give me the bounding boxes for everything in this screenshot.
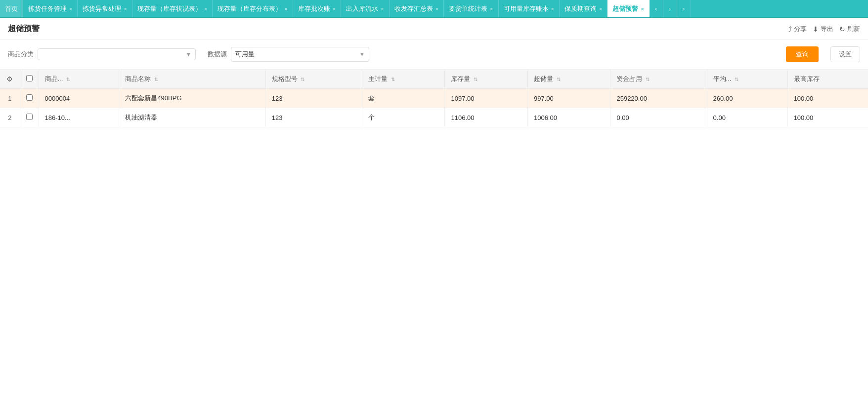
- nav-item-batch[interactable]: 库存批次账 ×: [293, 0, 341, 17]
- share-icon: ⤴: [788, 25, 792, 33]
- nav-item-task-mgmt[interactable]: 拣货任务管理 ×: [23, 0, 78, 17]
- col-stock: 库存量 ⇅: [445, 70, 527, 89]
- close-icon[interactable]: ×: [435, 6, 438, 12]
- top-navigation: 首页 拣货任务管理 × 拣货异常处理 × 现存量（库存状况表） × 现存量（库存…: [0, 0, 868, 18]
- cell-capital: 259220.00: [610, 89, 707, 108]
- close-icon[interactable]: ×: [599, 6, 602, 12]
- row-checkbox-cell: [20, 89, 39, 108]
- table-row: 2 186-10... 机油滤清器 123 个 1106.00 1006.00 …: [0, 108, 868, 127]
- cell-max-stock: 100.00: [787, 108, 868, 127]
- nav-item-stock-dist[interactable]: 现存量（库存分布表） ×: [213, 0, 293, 17]
- refresh-icon: ↻: [839, 25, 845, 33]
- query-button[interactable]: 查询: [786, 46, 819, 62]
- close-icon[interactable]: ×: [204, 6, 207, 12]
- nav-item-expiry[interactable]: 保质期查询 ×: [560, 0, 608, 17]
- sort-icon[interactable]: ⇅: [154, 77, 158, 82]
- export-button[interactable]: ⬇ 导出: [813, 25, 833, 34]
- settings-button[interactable]: 设置: [830, 46, 860, 62]
- col-avg: 平均... ⇅: [707, 70, 787, 89]
- nav-item-requisition[interactable]: 要货单统计表 ×: [444, 0, 498, 17]
- datasource-select[interactable]: 可用量 ▼: [231, 47, 369, 62]
- cell-product-name: 机油滤清器: [119, 108, 265, 127]
- col-gear: ⚙: [0, 70, 20, 89]
- page-header: 超储预警 ⤴ 分享 ⬇ 导出 ↻ 刷新: [0, 18, 868, 40]
- sort-icon[interactable]: ⇅: [646, 77, 650, 82]
- col-product-code: 商品... ⇅: [39, 70, 119, 89]
- chevron-down-icon: ▼: [359, 51, 365, 57]
- cell-spec: 123: [265, 108, 362, 127]
- filter-bar: 商品分类 ▼ 数据源 可用量 ▼ 查询 设置: [0, 40, 868, 70]
- close-icon[interactable]: ×: [641, 6, 644, 12]
- datasource-value: 可用量: [235, 50, 255, 59]
- nav-next-arrow[interactable]: ›: [663, 0, 677, 17]
- chevron-down-icon: ▼: [186, 51, 191, 57]
- nav-item-exception[interactable]: 拣货异常处理 ×: [78, 0, 132, 17]
- header-actions: ⤴ 分享 ⬇ 导出 ↻ 刷新: [788, 25, 860, 34]
- nav-item-summary[interactable]: 收发存汇总表 ×: [390, 0, 444, 17]
- datasource-filter: 数据源 可用量 ▼: [208, 47, 369, 62]
- cell-stock: 1097.00: [445, 89, 527, 108]
- category-select[interactable]: ▼: [38, 48, 196, 60]
- cell-unit: 个: [362, 108, 444, 127]
- cell-max-stock: 100.00: [787, 89, 868, 108]
- col-spec: 规格型号 ⇅: [265, 70, 362, 89]
- row-checkbox-cell: [20, 108, 39, 127]
- cell-spec: 123: [265, 89, 362, 108]
- cell-avg: 260.00: [707, 89, 787, 108]
- row-number: 2: [0, 108, 20, 127]
- share-button[interactable]: ⤴ 分享: [788, 25, 807, 34]
- col-checkbox: [20, 70, 39, 89]
- data-table: ⚙ 商品... ⇅ 商品名称 ⇅ 规格型号 ⇅: [0, 70, 868, 127]
- nav-prev-arrow[interactable]: ‹: [650, 0, 663, 17]
- nav-item-home[interactable]: 首页: [0, 0, 23, 17]
- sort-icon[interactable]: ⇅: [557, 77, 561, 82]
- col-overstock: 超储量 ⇅: [527, 70, 610, 89]
- cell-avg: 0.00: [707, 108, 787, 127]
- nav-more-arrow[interactable]: ›: [677, 0, 691, 17]
- col-unit: 主计量 ⇅: [362, 70, 444, 89]
- sort-icon[interactable]: ⇅: [301, 77, 304, 82]
- category-filter: 商品分类 ▼: [8, 48, 196, 60]
- cell-product-code: 186-10...: [39, 108, 119, 127]
- table-header-row: ⚙ 商品... ⇅ 商品名称 ⇅ 规格型号 ⇅: [0, 70, 868, 89]
- export-icon: ⬇: [813, 25, 819, 33]
- close-icon[interactable]: ×: [284, 6, 287, 12]
- row-checkbox[interactable]: [26, 114, 33, 120]
- close-icon[interactable]: ×: [69, 6, 72, 12]
- nav-item-available[interactable]: 可用量库存账本 ×: [499, 0, 560, 17]
- sort-icon[interactable]: ⇅: [474, 77, 477, 82]
- close-icon[interactable]: ×: [490, 6, 493, 12]
- page-title: 超储预警: [8, 24, 40, 34]
- page-container: 超储预警 ⤴ 分享 ⬇ 导出 ↻ 刷新 商品分类 ▼ 数据源: [0, 18, 868, 395]
- close-icon[interactable]: ×: [333, 6, 336, 12]
- cell-stock: 1106.00: [445, 108, 527, 127]
- table-row: 1 0000004 六配套新昌490BPG 123 套 1097.00 997.…: [0, 89, 868, 108]
- cell-unit: 套: [362, 89, 444, 108]
- cell-overstock: 997.00: [527, 89, 610, 108]
- sort-icon[interactable]: ⇅: [735, 77, 738, 82]
- cell-product-code: 0000004: [39, 89, 119, 108]
- nav-item-flow[interactable]: 出入库流水 ×: [341, 0, 389, 17]
- cell-overstock: 1006.00: [527, 108, 610, 127]
- table-container: ⚙ 商品... ⇅ 商品名称 ⇅ 规格型号 ⇅: [0, 70, 868, 127]
- cell-capital: 0.00: [610, 108, 707, 127]
- col-capital: 资金占用 ⇅: [610, 70, 707, 89]
- category-label: 商品分类: [8, 50, 34, 59]
- row-number: 1: [0, 89, 20, 108]
- nav-item-stock-status[interactable]: 现存量（库存状况表） ×: [132, 0, 213, 17]
- close-icon[interactable]: ×: [124, 6, 127, 12]
- datasource-label: 数据源: [208, 50, 227, 59]
- close-icon[interactable]: ×: [381, 6, 384, 12]
- col-product-name: 商品名称 ⇅: [119, 70, 265, 89]
- sort-icon[interactable]: ⇅: [391, 77, 395, 82]
- select-all-checkbox[interactable]: [26, 75, 33, 81]
- refresh-button[interactable]: ↻ 刷新: [839, 25, 860, 34]
- sort-icon[interactable]: ⇅: [66, 77, 70, 82]
- close-icon[interactable]: ×: [551, 6, 554, 12]
- row-checkbox[interactable]: [26, 94, 33, 101]
- cell-product-name: 六配套新昌490BPG: [119, 89, 265, 108]
- nav-item-overstock[interactable]: 超储预警 ×: [608, 0, 649, 17]
- gear-icon[interactable]: ⚙: [6, 75, 13, 83]
- col-max-stock: 最高库存: [787, 70, 868, 89]
